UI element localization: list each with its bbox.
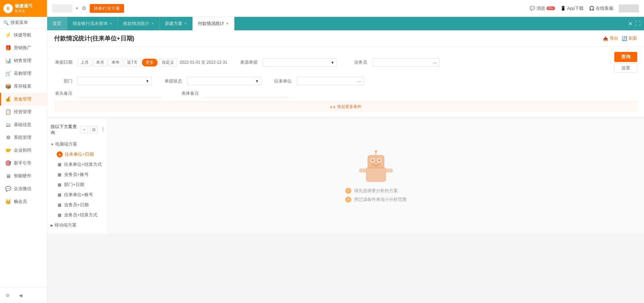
sidebar-item-operations[interactable]: 📋 经营管理 <box>0 105 47 118</box>
filter-settings-btn[interactable]: 设置 <box>614 63 637 73</box>
counterpart-more-icon: ··· <box>357 79 361 84</box>
new-scheme-tab-label: 新建方案 <box>165 21 182 27</box>
page-title: 付款情况统计(往来单位+日期) <box>54 34 135 42</box>
filter-row-2: 部门 ▾ 单据状态 ▾ 往来单位 ··· <box>54 77 637 85</box>
company-name <box>52 4 72 12</box>
scheme-icon: ▦ <box>57 212 62 218</box>
date-btn-this-month[interactable]: 本月 <box>93 59 107 66</box>
scheme-item-counterpart-date[interactable]: ● 往来单位+日期 <box>47 149 108 159</box>
hint-item-1: 1 请先选择要分析的方案 <box>345 188 407 194</box>
sidebar-item-enterprise[interactable]: 🤝 企业协同 <box>0 144 47 157</box>
sidebar-item-hardware[interactable]: 🖥 智能硬件 <box>0 170 47 182</box>
date-btn-last-month[interactable]: 上月 <box>78 59 92 66</box>
svg-rect-6 <box>359 169 367 173</box>
tab-close-all-icon[interactable]: ✕ <box>628 21 633 27</box>
svg-rect-0 <box>366 167 386 182</box>
sidebar-item-guide[interactable]: 🎯 新手引导 <box>0 157 47 170</box>
source-voucher-chevron-icon: ▾ <box>331 60 334 65</box>
topbar-chevron-icon[interactable]: ▾ <box>76 6 78 11</box>
app-download-btn[interactable]: 📱 App下载 <box>560 5 584 11</box>
weixin-icon: 💬 <box>5 186 11 192</box>
header-note-input[interactable] <box>78 89 162 97</box>
sidebar-search[interactable]: 🔍 搜索菜单 <box>0 17 47 29</box>
scheme-item-dept-date[interactable]: ▦ 部门+日期 <box>47 180 108 190</box>
user-avatar[interactable] <box>619 4 639 12</box>
scheme-item-salesperson-date[interactable]: ▦ 业务员+日期 <box>47 200 108 210</box>
scheme-item-counterpart-settlement[interactable]: ▦ 往来单位+结算方式 <box>47 159 108 170</box>
date-btn-group: 上月 本月 本年 近7天 更多 自定义 2022-01-01 至 2022-12… <box>78 59 227 66</box>
desktop-group-arrow-icon: ▼ <box>51 143 54 146</box>
online-service-btn[interactable]: 🎧 在线客服 <box>589 5 613 11</box>
new-scheme-close-icon[interactable]: × <box>184 21 187 26</box>
body-note-input[interactable] <box>204 89 288 97</box>
payment-stats-close-icon[interactable]: × <box>226 21 229 26</box>
sidebar-item-sales[interactable]: 📊 销售管理 <box>0 54 47 67</box>
home-tab-label: 首页 <box>53 21 61 27</box>
svg-point-4 <box>372 159 374 161</box>
counterpart-select[interactable]: ··· <box>297 77 364 85</box>
receipt-stats-close-icon[interactable]: × <box>151 21 154 26</box>
sidebar-item-capital[interactable]: 💰 资金管理 <box>0 93 47 105</box>
scheme-item-salesperson-settlement[interactable]: ▦ 业务员+结算方式 <box>47 210 108 220</box>
sidebar-collapse-btn[interactable]: ◀ <box>16 290 26 300</box>
member-icon: 👑 <box>5 199 11 205</box>
page-header: 付款情况统计(往来单位+日期) 📤 导出 🔄 刷新 <box>47 30 644 47</box>
date-btn-custom[interactable]: 自定义 <box>159 59 177 66</box>
refresh-btn[interactable]: 🔄 刷新 <box>622 35 637 41</box>
action-btn-group: 查询 设置 <box>614 52 637 73</box>
tab-home[interactable]: 首页 <box>47 17 67 30</box>
query-btn[interactable]: 查询 <box>614 52 637 62</box>
panel-collapse-btn[interactable]: 《 <box>99 127 104 133</box>
left-panel-title: 按以下方案查询 <box>51 124 79 136</box>
date-btn-this-year[interactable]: 本年 <box>109 59 123 66</box>
hardware-icon: 🖥 <box>5 173 11 179</box>
search-label: 搜索菜单 <box>10 20 28 26</box>
scheme-item-counterpart-account[interactable]: ▦ 往来单位+账号 <box>47 190 108 200</box>
export-btn[interactable]: 📤 导出 <box>603 35 618 41</box>
scheme-settings-icon: ⚙ <box>92 127 96 132</box>
scheme-item-label: 往来单位+日期 <box>65 151 94 157</box>
mobile-group-header[interactable]: ▶ 移动端方案 <box>47 220 108 230</box>
tab-bank-flow[interactable]: 现金银行流水查询 × <box>67 17 118 30</box>
sidebar-settings-btn[interactable]: ⚙ <box>3 290 13 300</box>
scheme-icon: ▦ <box>57 182 62 187</box>
tab-new-scheme[interactable]: 新建方案 × <box>159 17 193 30</box>
topbar-gear-icon[interactable]: ⚙ <box>82 5 86 11</box>
voucher-status-select[interactable]: ▾ <box>187 77 261 85</box>
collapse-filter-btn[interactable]: ∧∧ 收起更多条件 <box>54 101 637 112</box>
tab-payment-stats[interactable]: 付款情况统计 × <box>193 17 234 30</box>
desktop-group-header[interactable]: ▼ 电脑端方案 <box>47 139 108 149</box>
capital-icon: 💰 <box>5 96 11 102</box>
sidebar-item-label: 基础信息 <box>14 122 31 128</box>
sidebar-item-basic[interactable]: 🗂 基础信息 <box>0 118 47 131</box>
app-download-label: App下载 <box>567 5 584 11</box>
enterprise-icon: 🤝 <box>5 147 11 153</box>
salesperson-select[interactable]: ··· <box>372 58 440 67</box>
sidebar-item-weixin[interactable]: 💬 企业微信 <box>0 182 47 195</box>
source-voucher-select[interactable]: ▾ <box>263 58 337 67</box>
sidebar-item-purchase[interactable]: 🛒 采购管理 <box>0 67 47 80</box>
tab-expand-icon[interactable]: ⛶ <box>635 21 641 27</box>
desktop-scheme-group: ▼ 电脑端方案 ● 往来单位+日期 ▦ 往来单位+结算方式 ▦ 业务员+账号 <box>47 139 108 220</box>
content: 付款情况统计(往来单位+日期) 📤 导出 🔄 刷新 单据日期 上月 本月 <box>47 30 644 303</box>
add-scheme-btn[interactable]: ＋ <box>81 126 88 133</box>
trial-btn[interactable]: 体验行业方案 <box>90 4 124 13</box>
tab-receipt-stats[interactable]: 收款情况统计 × <box>118 17 159 30</box>
sidebar-item-member[interactable]: 👑 畅会员 <box>0 195 47 208</box>
scheme-settings-btn[interactable]: ⚙ <box>90 126 97 133</box>
messages-btn[interactable]: 💬 消息 99+ <box>530 5 555 11</box>
message-icon: 💬 <box>530 6 535 11</box>
voucher-status-label: 单据状态 <box>164 78 182 84</box>
date-btn-7days[interactable]: 近7天 <box>124 59 141 66</box>
sidebar-item-marketing[interactable]: 🎁 营销推广 <box>0 41 47 54</box>
empty-illustration: 1 请先选择要分析的方案 2 用过滤条件来缩小分析范围 <box>345 150 407 203</box>
service-icon: 🎧 <box>589 6 594 11</box>
bank-flow-close-icon[interactable]: × <box>110 21 112 26</box>
sidebar-item-system[interactable]: ⚙ 系统管理 <box>0 131 47 144</box>
sidebar-item-quick-nav[interactable]: ⚡ 快捷导航 <box>0 29 47 41</box>
department-select[interactable]: ▾ <box>78 77 152 85</box>
scheme-item-salesperson-account[interactable]: ▦ 业务员+账号 <box>47 170 108 180</box>
sidebar-item-inventory[interactable]: 📦 库存核算 <box>0 80 47 93</box>
svg-point-9 <box>375 150 377 152</box>
date-btn-more[interactable]: 更多 <box>142 59 157 66</box>
